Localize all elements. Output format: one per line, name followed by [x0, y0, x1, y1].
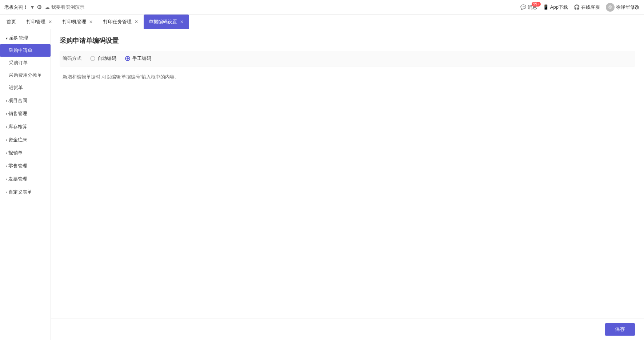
sidebar-group-retail-title[interactable]: › 零售管理 — [0, 160, 51, 172]
sidebar-group-inventory-label: 库存核算 — [8, 124, 27, 130]
app-download-button[interactable]: 📱 App下载 — [543, 4, 568, 11]
tab-printer-management-close[interactable]: ✕ — [89, 19, 93, 24]
brand-name: 老板勿割！ — [4, 4, 28, 11]
sidebar-group-custom: › 自定义表单 — [0, 186, 51, 198]
sidebar-item-purchase-order[interactable]: 采购订单 — [0, 57, 51, 69]
sidebar-group-invoice-label: 发票管理 — [8, 176, 27, 182]
tab-print-task-label: 打印任务管理 — [103, 19, 132, 25]
search-text: 我要看实例演示 — [51, 4, 84, 11]
tab-printer-management[interactable]: 打印机管理 ✕ — [57, 15, 98, 29]
chevron-down-icon: ▾ — [6, 36, 8, 40]
chevron-right-icon-4: › — [6, 138, 7, 142]
top-bar-left: 老板勿割！ ▾ ⚙ ☁ 我要看实例演示 — [4, 4, 84, 11]
sidebar-group-sales-label: 销售管理 — [8, 110, 27, 117]
sidebar-group-sales-title[interactable]: › 销售管理 — [0, 108, 51, 120]
tab-home[interactable]: 首页 — [1, 15, 21, 29]
message-button[interactable]: 💬 消息 99+ — [520, 4, 537, 11]
online-service-button[interactable]: 🎧 在线客服 — [574, 4, 600, 11]
settings-icon[interactable]: ⚙ — [37, 4, 42, 11]
sidebar-group-finance: › 资金往来 — [0, 134, 51, 146]
radio-manual-circle — [125, 56, 130, 61]
footer-bar: 保存 — [51, 319, 644, 340]
tab-printer-management-label: 打印机管理 — [63, 19, 86, 25]
tab-print-task[interactable]: 打印任务管理 ✕ — [98, 15, 144, 29]
chevron-right-icon-2: › — [6, 112, 7, 116]
sidebar-group-inventory: › 库存核算 — [0, 121, 51, 133]
top-bar: 老板勿割！ ▾ ⚙ ☁ 我要看实例演示 💬 消息 99+ 📱 App下载 🎧 在… — [0, 0, 644, 15]
tab-print-task-close[interactable]: ✕ — [135, 19, 138, 24]
chevron-right-icon-6: › — [6, 164, 7, 168]
sidebar-group-invoice: › 发票管理 — [0, 173, 51, 185]
chevron-right-icon-5: › — [6, 151, 7, 155]
sidebar-group-project: › 项目合同 — [0, 94, 51, 107]
chevron-right-icon-8: › — [6, 190, 7, 194]
sidebar-group-purchase-label: 采购管理 — [9, 35, 28, 41]
sidebar-group-project-title[interactable]: › 项目合同 — [0, 94, 51, 107]
tab-encoding-settings-close[interactable]: ✕ — [180, 19, 184, 24]
encoding-mode-label: 编码方式 — [63, 55, 81, 62]
chevron-right-icon-7: › — [6, 177, 7, 181]
radio-manual-encode[interactable]: 手工编码 — [125, 55, 151, 62]
encoding-description: 新增和编辑单据时,可以编辑'单据编号'输入框中的内容。 — [60, 69, 635, 80]
sidebar-item-purchase-expense[interactable]: 采购费用分摊单 — [0, 69, 51, 81]
tab-home-label: 首页 — [7, 19, 16, 25]
content-body: 新增和编辑单据时,可以编辑'单据编号'输入框中的内容。 — [51, 69, 644, 340]
sidebar-group-finance-label: 资金往来 — [8, 137, 27, 143]
sidebar-item-stock-in[interactable]: 进货单 — [0, 81, 51, 94]
tabs-bar: 首页 打印管理 ✕ 打印机管理 ✕ 打印任务管理 ✕ 单据编码设置 ✕ — [0, 15, 644, 29]
tab-print-management-close[interactable]: ✕ — [48, 19, 52, 24]
main-layout: ▾ 采购管理 采购申请单 采购订单 采购费用分摊单 进货单 › 项目合同 › 销… — [0, 29, 644, 340]
sidebar-group-finance-title[interactable]: › 资金往来 — [0, 134, 51, 146]
sidebar-group-inventory-title[interactable]: › 库存核算 — [0, 121, 51, 133]
encoding-mode-row: 编码方式 自动编码 手工编码 — [60, 51, 635, 66]
radio-auto-circle — [90, 56, 95, 61]
user-name: 徐泽华修改 — [616, 4, 640, 11]
search-bar[interactable]: ☁ 我要看实例演示 — [45, 4, 84, 11]
content-header: 采购申请单编码设置 编码方式 自动编码 手工编码 — [51, 29, 644, 69]
message-badge: 99+ — [532, 2, 541, 7]
sidebar-group-custom-label: 自定义表单 — [8, 189, 32, 195]
sidebar-group-project-label: 项目合同 — [8, 97, 27, 104]
content-area: 采购申请单编码设置 编码方式 自动编码 手工编码 新增和编辑单据时,可以编辑'单… — [51, 29, 644, 340]
app-icon: 📱 — [543, 4, 549, 10]
save-button[interactable]: 保存 — [605, 323, 635, 336]
sidebar-group-retail: › 零售管理 — [0, 160, 51, 172]
sidebar-group-custom-title[interactable]: › 自定义表单 — [0, 186, 51, 198]
cloud-icon: ☁ — [45, 4, 50, 10]
sidebar-group-expense: › 报销单 — [0, 147, 51, 159]
tab-print-management[interactable]: 打印管理 ✕ — [21, 15, 57, 29]
sidebar-group-purchase: ▾ 采购管理 采购申请单 采购订单 采购费用分摊单 进货单 — [0, 32, 51, 94]
tab-encoding-settings[interactable]: 单据编码设置 ✕ — [144, 15, 189, 29]
sidebar-group-sales: › 销售管理 — [0, 108, 51, 120]
sidebar-group-expense-title[interactable]: › 报销单 — [0, 147, 51, 159]
radio-manual-label: 手工编码 — [132, 55, 151, 62]
sidebar-group-retail-label: 零售管理 — [8, 163, 27, 169]
chevron-right-icon-3: › — [6, 125, 7, 129]
top-bar-right: 💬 消息 99+ 📱 App下载 🎧 在线客服 徐 徐泽华修改 — [520, 3, 640, 12]
user-avatar[interactable]: 徐 徐泽华修改 — [606, 3, 640, 12]
tab-encoding-settings-label: 单据编码设置 — [149, 19, 177, 25]
sidebar-group-expense-label: 报销单 — [8, 150, 23, 156]
sidebar-group-invoice-title[interactable]: › 发票管理 — [0, 173, 51, 185]
page-title: 采购申请单编码设置 — [60, 36, 635, 45]
sidebar-group-purchase-title[interactable]: ▾ 采购管理 — [0, 32, 51, 44]
encoding-radio-group: 自动编码 手工编码 — [90, 55, 151, 62]
radio-auto-encode[interactable]: 自动编码 — [90, 55, 116, 62]
radio-auto-label: 自动编码 — [97, 55, 116, 62]
online-service-label: 在线客服 — [581, 4, 600, 11]
sidebar: ▾ 采购管理 采购申请单 采购订单 采购费用分摊单 进货单 › 项目合同 › 销… — [0, 29, 51, 340]
tab-print-management-label: 打印管理 — [27, 19, 45, 25]
service-icon: 🎧 — [574, 4, 580, 10]
message-icon: 💬 — [520, 4, 526, 10]
dropdown-icon[interactable]: ▾ — [31, 4, 34, 11]
avatar: 徐 — [606, 3, 615, 12]
sidebar-item-purchase-request[interactable]: 采购申请单 — [0, 44, 51, 57]
chevron-right-icon: › — [6, 99, 7, 103]
app-download-label: App下载 — [550, 4, 568, 11]
